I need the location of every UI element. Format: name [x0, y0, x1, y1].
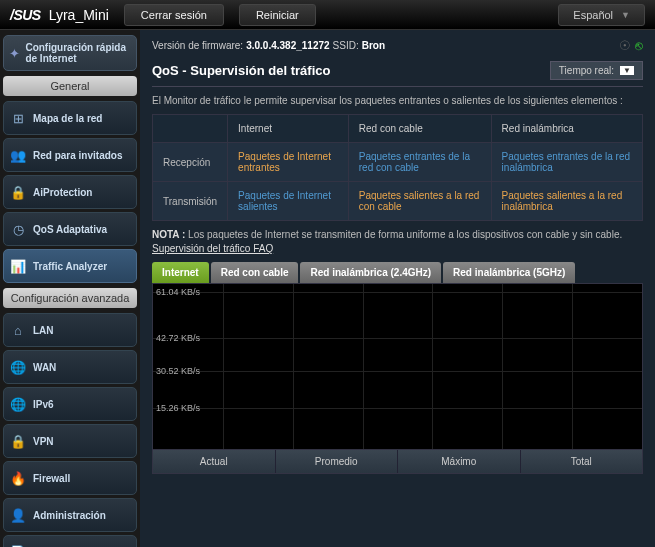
nav-icon: 🔥 — [9, 469, 27, 487]
reboot-button[interactable]: Reiniciar — [239, 4, 316, 26]
note: NOTA : Los paquetes de Internet se trans… — [152, 229, 643, 240]
traffic-table: Internet Red con cable Red inalámbrica R… — [152, 114, 643, 221]
nav-icon: 🌐 — [9, 358, 27, 376]
nav-label: IPv6 — [33, 399, 54, 410]
nav-label: Red para invitados — [33, 150, 122, 161]
quick-setup-label: Configuración rápida de Internet — [25, 42, 132, 64]
sidebar-item-vpn[interactable]: 🔒VPN — [3, 424, 137, 458]
link-internet-in[interactable]: Paquetes de Internet entrantes — [238, 151, 331, 173]
faq-link[interactable]: Supervisión del tráfico FAQ — [152, 243, 273, 254]
page-title: QoS - Supervisión del tráfico — [152, 63, 330, 78]
chevron-down-icon: ▼ — [620, 66, 634, 75]
sidebar-item-ipv6[interactable]: 🌐IPv6 — [3, 387, 137, 421]
nav-icon: 🌐 — [9, 395, 27, 413]
nav-label: Mapa de la red — [33, 113, 102, 124]
y-tick: 15.26 KB/s — [156, 403, 200, 413]
nav-icon: 🔒 — [9, 432, 27, 450]
sidebar-item-qos-adaptativa[interactable]: ◷QoS Adaptativa — [3, 212, 137, 246]
traffic-chart: 61.04 KB/s42.72 KB/s30.52 KB/s15.26 KB/s — [152, 283, 643, 450]
description: El Monitor de tráfico le permite supervi… — [152, 95, 643, 106]
stat-promedio: Promedio — [276, 450, 399, 473]
link-wireless-in[interactable]: Paquetes entrantes de la red inalámbrica — [502, 151, 630, 173]
stat-máximo: Máximo — [398, 450, 521, 473]
nav-icon: ◷ — [9, 220, 27, 238]
sidebar-item-traffic-analyzer[interactable]: 📊Traffic Analyzer — [3, 249, 137, 283]
nav-label: QoS Adaptativa — [33, 224, 107, 235]
col-internet: Internet — [228, 115, 349, 143]
sidebar-item-lan[interactable]: ⌂LAN — [3, 313, 137, 347]
sidebar-item-aiprotection[interactable]: 🔒AiProtection — [3, 175, 137, 209]
tab-2[interactable]: Red inalámbrica (2.4GHz) — [300, 262, 441, 283]
link-wireless-out[interactable]: Paquetes salientes a la red inalámbrica — [502, 190, 623, 212]
nav-icon: 📄 — [9, 543, 27, 547]
nav-icon: 👤 — [9, 506, 27, 524]
nav-label: Firewall — [33, 473, 70, 484]
nav-icon: 👥 — [9, 146, 27, 164]
sidebar-item-registro-del-sistema[interactable]: 📄Registro del sistema — [3, 535, 137, 547]
general-header: General — [3, 76, 137, 96]
nav-label: WAN — [33, 362, 56, 373]
logout-button[interactable]: Cerrar sesión — [124, 4, 224, 26]
sidebar-item-administración[interactable]: 👤Administración — [3, 498, 137, 532]
stat-total: Total — [521, 450, 643, 473]
link-icon: ⎋ — [635, 38, 643, 53]
sidebar: ✦ Configuración rápida de Internet Gener… — [0, 30, 140, 547]
tab-1[interactable]: Red con cable — [211, 262, 299, 283]
row-reception: Recepción — [153, 143, 228, 182]
language-label: Español — [573, 9, 613, 21]
y-tick: 61.04 KB/s — [156, 287, 200, 297]
nav-icon: ⌂ — [9, 321, 27, 339]
firmware-label: Versión de firmware: — [152, 40, 243, 51]
nav-label: AiProtection — [33, 187, 92, 198]
nav-icon: 📊 — [9, 257, 27, 275]
advanced-header: Configuración avanzada — [3, 288, 137, 308]
tab-0[interactable]: Internet — [152, 262, 209, 283]
sidebar-item-mapa-de-la-red[interactable]: ⊞Mapa de la red — [3, 101, 137, 135]
col-wired: Red con cable — [348, 115, 491, 143]
nav-icon: ⊞ — [9, 109, 27, 127]
nav-label: VPN — [33, 436, 54, 447]
stat-actual: Actual — [153, 450, 276, 473]
link-wired-in[interactable]: Paquetes entrantes de la red con cable — [359, 151, 470, 173]
chart-tabs: InternetRed con cableRed inalámbrica (2.… — [152, 262, 643, 283]
sidebar-item-wan[interactable]: 🌐WAN — [3, 350, 137, 384]
ssid-label: SSID: — [333, 40, 359, 51]
wand-icon: ✦ — [8, 44, 20, 62]
realtime-label: Tiempo real: — [559, 65, 614, 76]
col-wireless: Red inalámbrica — [491, 115, 642, 143]
quick-setup-button[interactable]: ✦ Configuración rápida de Internet — [3, 35, 137, 71]
link-internet-out[interactable]: Paquetes de Internet salientes — [238, 190, 331, 212]
stats-row: ActualPromedioMáximoTotal — [152, 450, 643, 474]
tab-3[interactable]: Red inalámbrica (5GHz) — [443, 262, 575, 283]
usb-icon: ☉ — [619, 38, 631, 53]
topbar: /SUS Lyra_Mini Cerrar sesión Reiniciar E… — [0, 0, 655, 30]
language-select[interactable]: Español ▼ — [558, 4, 645, 26]
realtime-select[interactable]: Tiempo real: ▼ — [550, 61, 643, 80]
nav-label: Administración — [33, 510, 106, 521]
nav-icon: 🔒 — [9, 183, 27, 201]
firmware-bar: Versión de firmware: 3.0.0.4.382_11272 S… — [152, 38, 643, 53]
y-tick: 30.52 KB/s — [156, 366, 200, 376]
nav-label: LAN — [33, 325, 54, 336]
y-tick: 42.72 KB/s — [156, 333, 200, 343]
sidebar-item-red-para-invitados[interactable]: 👥Red para invitados — [3, 138, 137, 172]
main-panel: Versión de firmware: 3.0.0.4.382_11272 S… — [140, 30, 655, 547]
row-transmission: Transmisión — [153, 182, 228, 221]
nav-label: Traffic Analyzer — [33, 261, 107, 272]
model-name: Lyra_Mini — [49, 7, 109, 23]
firmware-version: 3.0.0.4.382_11272 — [246, 40, 329, 51]
chevron-down-icon: ▼ — [621, 10, 630, 20]
sidebar-item-firewall[interactable]: 🔥Firewall — [3, 461, 137, 495]
ssid-value: Bron — [362, 40, 385, 51]
brand-logo: /SUS — [10, 7, 41, 23]
link-wired-out[interactable]: Paquetes salientes a la red con cable — [359, 190, 480, 212]
